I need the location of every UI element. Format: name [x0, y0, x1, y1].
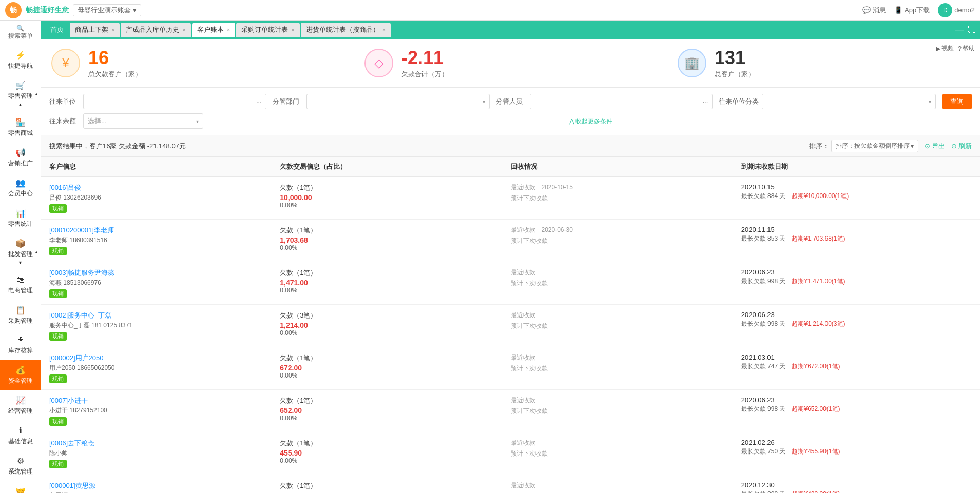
customer-name-link[interactable]: [0016]吕俊 — [49, 184, 81, 191]
next-label: 预计下次收款 — [511, 279, 741, 288]
customer-name-link[interactable]: [000001]黄思源 — [49, 482, 95, 489]
customer-name-link[interactable]: [00010200001]李老师 — [49, 226, 114, 234]
overdue-cell: 2020.10.15 最长欠款 884 天 超期¥10,000.00(1笔) — [741, 183, 972, 201]
customer-name-link[interactable]: [000002]用户2050 — [49, 354, 104, 362]
window-minimize-btn[interactable]: — — [955, 25, 964, 34]
tab-close-icon[interactable]: × — [111, 27, 114, 33]
recent-label: 最近收款 — [511, 353, 741, 362]
overdue-link[interactable]: 超期¥429.00(1笔) — [792, 490, 840, 493]
sidebar-item-retail-stats[interactable]: 📊 零售统计 — [0, 203, 41, 233]
debt-info-cell: 欠款（1笔） 1,703.68 0.00% — [280, 226, 510, 251]
sidebar-item-wholesale-mgmt[interactable]: 📦 批发管理 ▼ — [0, 233, 41, 270]
customer-name-link[interactable]: [0006]去下粮仓 — [49, 439, 94, 447]
refresh-button[interactable]: ⊙ 刷新 — [951, 142, 972, 151]
tab-bar-controls: — ⛶ — [955, 25, 976, 34]
category-select[interactable]: ▾ — [762, 94, 936, 109]
debt-info-cell: 欠款（1笔） 429.00 0.00% — [280, 481, 510, 493]
video-btn[interactable]: ▶ 视频 — [936, 44, 954, 53]
overdue-link[interactable]: 超期¥1,214.00(3笔) — [792, 320, 845, 327]
app-download-btn[interactable]: 📱 App下载 — [894, 6, 930, 15]
customer-name-link[interactable]: [0002]服务中心_丁磊 — [49, 311, 111, 319]
sidebar-item-retail-mgmt[interactable]: 🛒 零售管理 ▲ — [0, 75, 41, 112]
sidebar-item-shortcut[interactable]: ⚡ 快捷导航 — [0, 45, 41, 75]
customer-name-link[interactable]: [0007]小进干 — [49, 397, 88, 404]
debt-percent: 0.00% — [280, 202, 510, 209]
customer-tag: 现销 — [49, 332, 67, 341]
company-selector[interactable]: 母婴行业演示账套 ▾ — [73, 4, 141, 16]
tab-purchase-stats[interactable]: 采购订单统计表 × — [236, 23, 299, 37]
page-content: ¥ 16 总欠款客户（家） ◇ -2.11 欠款合计（万） 🏢 — [41, 39, 980, 493]
source-unit-label: 往来单位 — [49, 97, 80, 106]
all-customers-num: 131 — [715, 47, 755, 69]
sidebar-item-system[interactable]: ⚙ 系统管理 — [0, 451, 41, 481]
info-icon: ℹ — [19, 426, 22, 436]
tab-inventory-history[interactable]: 产成品入库单历史 × — [121, 23, 190, 37]
sidebar-item-basic-info[interactable]: ℹ 基础信息 — [0, 421, 41, 451]
customer-name-link[interactable]: [0003]畅捷服务尹海蕊 — [49, 269, 114, 277]
balance-select[interactable]: 选择... ▾ — [83, 113, 203, 129]
inventory-icon: 🗄 — [16, 336, 25, 345]
export-button[interactable]: ⊙ 导出 — [925, 142, 945, 151]
user-profile[interactable]: D demo2 — [938, 3, 975, 17]
debt-percent: 0.00% — [280, 244, 510, 251]
sidebar-search[interactable]: 🔍 搜索菜单 — [0, 21, 41, 45]
chevron-down-icon3: ▾ — [929, 99, 931, 105]
sort-arrow-icon: ▾ — [911, 143, 914, 150]
overdue-link[interactable]: 超期¥455.90(1笔) — [792, 448, 840, 455]
stats-row: ¥ 16 总欠款客户（家） ◇ -2.11 欠款合计（万） 🏢 — [41, 39, 980, 88]
message-icon: 💬 — [862, 6, 871, 14]
recent-label: 最近收款 — [511, 396, 741, 405]
tab-close-icon5[interactable]: × — [382, 27, 386, 33]
tab-product-shelf[interactable]: 商品上下架 × — [70, 23, 120, 37]
customer-info-cell: [0007]小进干 小进干 18279152100 现销 — [49, 396, 280, 426]
search-button[interactable]: 查询 — [942, 94, 972, 109]
tab-close-icon2[interactable]: × — [182, 27, 185, 33]
sidebar-item-members[interactable]: 👥 会员中心 — [0, 173, 41, 203]
sort-button[interactable]: 排序：按欠款金额倒序排序 ▾ — [831, 140, 918, 152]
debt-info-cell: 欠款（1笔） 10,000.00 0.00% — [280, 183, 510, 209]
message-btn[interactable]: 💬 消息 — [862, 6, 886, 15]
person-input[interactable]: ··· — [530, 94, 713, 109]
debt-amount: 652.00 — [280, 406, 510, 415]
sidebar-item-ecommerce[interactable]: 🛍 电商管理 — [0, 270, 41, 300]
overdue-link[interactable]: 超期¥1,703.68(1笔) — [792, 235, 845, 242]
overdue-cell: 2021.03.01 最长欠款 747 天 超期¥672.00(1笔) — [741, 353, 972, 371]
tab-close-icon3[interactable]: × — [227, 27, 230, 33]
window-maximize-btn[interactable]: ⛶ — [968, 25, 976, 34]
table-row: [0003]畅捷服务尹海蕊 海燕 18513066976 现销 欠款（1笔） 1… — [41, 262, 980, 305]
sidebar-item-marketing[interactable]: 📢 营销推广 — [0, 143, 41, 173]
sidebar-item-operations[interactable]: 📈 经营管理 — [0, 390, 41, 421]
debt-info-cell: 欠款（1笔） 652.00 0.00% — [280, 396, 510, 422]
sidebar-item-finance[interactable]: 💰 资金管理 — [0, 360, 41, 390]
debt-amount: 1,471.00 — [280, 279, 510, 287]
debt-customers-num: 16 — [88, 47, 142, 69]
sidebar-item-collab[interactable]: 🤝 企业协同 — [0, 481, 41, 493]
tab-home[interactable]: 首页 — [45, 23, 69, 37]
shortcuts-icon: ⚡ — [15, 50, 26, 60]
help-btn[interactable]: ? 帮助 — [958, 44, 975, 53]
tab-goods-inbound-stats[interactable]: 进货单统计表（按商品） × — [301, 23, 391, 37]
collapse-button[interactable]: ⋀ 收起更多条件 — [569, 117, 612, 126]
debt-count: 欠款（1笔） — [280, 353, 510, 363]
debt-count: 欠款（1笔） — [280, 481, 510, 490]
debt-percent: 0.00% — [280, 415, 510, 422]
overdue-link[interactable]: 超期¥672.00(1笔) — [792, 363, 840, 370]
logo-text: 畅捷通好生意 — [26, 6, 69, 15]
main-content: 首页 商品上下架 × 产成品入库单历史 × 客户账本 × 采购订单统计表 × 进… — [41, 21, 980, 493]
overdue-link[interactable]: 超期¥652.00(1笔) — [792, 405, 840, 412]
source-unit-input[interactable]: ··· — [83, 94, 266, 109]
recent-label: 最近收款 — [511, 311, 741, 320]
debt-total-icon: ◇ — [364, 49, 393, 77]
debt-info-cell: 欠款（1笔） 455.90 0.00% — [280, 439, 510, 464]
dept-select[interactable]: ▾ — [306, 94, 490, 109]
sidebar-item-retail-mall[interactable]: 🏪 零售商城 — [0, 112, 41, 143]
overdue-link[interactable]: 超期¥10,000.00(1笔) — [792, 192, 849, 200]
tab-close-icon4[interactable]: × — [291, 27, 294, 33]
arrow-icon: ▲ — [18, 102, 23, 107]
sidebar-item-inventory[interactable]: 🗄 库存核算 — [0, 330, 41, 360]
tab-customer-account[interactable]: 客户账本 × — [192, 23, 235, 37]
overdue-link[interactable]: 超期¥1,471.00(1笔) — [792, 278, 845, 285]
sidebar-item-purchase[interactable]: 📋 采购管理 — [0, 300, 41, 330]
dots-icon2: ··· — [702, 98, 708, 106]
collab-icon: 🤝 — [15, 486, 26, 493]
